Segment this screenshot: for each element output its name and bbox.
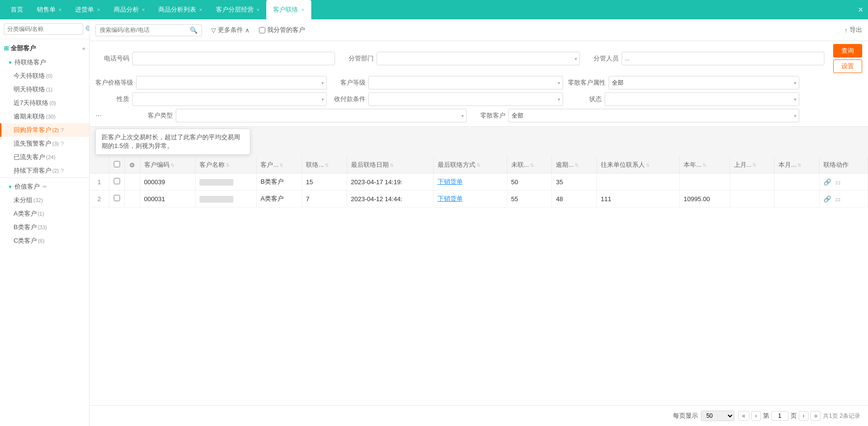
sidebar-item-repeat-abnormal[interactable]: 回购异常客户(2) ?: [0, 123, 89, 137]
nav-customer-contact[interactable]: 客户联络 ×: [266, 0, 311, 19]
retail-customer-select[interactable]: 全部: [508, 109, 799, 122]
price-grade-select[interactable]: [136, 76, 327, 89]
price-grade-wrap: ▾: [136, 76, 327, 89]
close-all-button[interactable]: ×: [858, 5, 863, 15]
prev-page-button[interactable]: ‹: [751, 411, 761, 421]
sort-icon: ⇅: [226, 162, 229, 168]
nav-home[interactable]: 首页: [4, 0, 30, 19]
filter-row-4: ··· 客户类型 ▾ 零散客户 全部 ▾: [95, 109, 862, 122]
per-page-select[interactable]: 10 20 50 100: [701, 411, 734, 421]
table-row: 2 000031 A类客户 7 2023-04-12 14:44:: [90, 191, 868, 207]
my-customers-checkbox[interactable]: [259, 27, 265, 33]
sidebar-pending-contact[interactable]: ▼ 待联络客户: [0, 56, 89, 69]
status-select[interactable]: [605, 92, 799, 106]
more-conditions-button[interactable]: ▽ 更多条件 ∧: [207, 23, 254, 37]
more-dots-button[interactable]: ···: [95, 111, 102, 120]
sidebar-search-input[interactable]: [4, 23, 83, 35]
nav-customer-tier[interactable]: 客户分层经营 ×: [209, 0, 266, 19]
link-icon[interactable]: 🔗: [823, 178, 831, 186]
td-last-method[interactable]: 下销货单: [433, 191, 507, 207]
nav-purchase[interactable]: 进货单 ×: [68, 0, 107, 19]
customer-type-select[interactable]: [176, 109, 467, 122]
sidebar-search-icon[interactable]: 🔍: [85, 26, 90, 33]
close-icon[interactable]: ×: [301, 7, 304, 13]
filter-price-grade: 客户价格等级 ▾: [95, 76, 327, 89]
edit-icon[interactable]: ✏: [43, 184, 47, 190]
td-check: [109, 191, 124, 207]
next-page-button[interactable]: ›: [799, 411, 808, 421]
td-name[interactable]: [196, 191, 257, 207]
sort-icon: ⇅: [476, 162, 480, 168]
sidebar-item-today[interactable]: 今天待联络(0): [0, 69, 89, 83]
select-all-checkbox[interactable]: [114, 161, 120, 167]
table-head: ⚙ 客户编码 ⇅ 客户名称 ⇅: [90, 157, 868, 174]
close-icon[interactable]: ×: [97, 7, 100, 13]
payment-select[interactable]: [368, 92, 563, 106]
filter-icon: ▽: [211, 27, 216, 34]
retail-attr-select[interactable]: 全部: [609, 76, 799, 89]
sidebar-all-customers[interactable]: ⊞ 全部客户 «: [0, 41, 89, 56]
person-input[interactable]: [622, 52, 824, 65]
filter-dept: 分管部门 ▾: [340, 52, 579, 65]
page-number-input[interactable]: [771, 411, 789, 421]
td-contact: 15: [302, 174, 347, 191]
table-header-row: ⚙ 客户编码 ⇅ 客户名称 ⇅: [90, 157, 868, 174]
th-settings[interactable]: ⚙: [124, 157, 140, 174]
nav-sales[interactable]: 销售单 ×: [30, 0, 68, 19]
sidebar-value-customers-header[interactable]: ▼ 价值客户 ✏: [0, 180, 89, 193]
td-name[interactable]: [196, 174, 257, 191]
sidebar-item-unclassified[interactable]: 未分组(32): [0, 193, 89, 207]
table-row: 1 000039 B类客户 15 2023-04-17 14:19:: [90, 174, 868, 191]
sort-icon: ⇅: [702, 162, 706, 168]
nav-product-analysis[interactable]: 商品分析 ×: [107, 0, 152, 19]
td-type: A类客户: [257, 191, 302, 207]
sidebar-item-b-class[interactable]: B类客户(33): [0, 220, 89, 234]
phone-input[interactable]: [132, 52, 335, 65]
sidebar-item-overdue[interactable]: 逾期未联络(30): [0, 110, 89, 123]
filter-row-2: 客户价格等级 ▾ 客户等级 ▾ 零散客户属性: [95, 76, 862, 89]
sidebar-item-continue-decline[interactable]: 持续下滑客户(2) ?: [0, 164, 89, 177]
sidebar-item-tomorrow[interactable]: 明天待联络(1): [0, 83, 89, 96]
nav-product-analysis-list[interactable]: 商品分析列表 ×: [152, 0, 209, 19]
query-button[interactable]: 查询: [833, 44, 862, 58]
last-page-button[interactable]: »: [810, 411, 822, 421]
sidebar-item-lost-potential[interactable]: 流失预警客户(3) ?: [0, 137, 89, 150]
close-icon[interactable]: ×: [199, 7, 202, 13]
filter-bar: 🔍 ▽ 更多条件 ∧ 我分管的客户 ↑ 导出: [90, 19, 868, 41]
th-overdue: 逾期... ⇅: [552, 157, 597, 174]
th-seq: [90, 157, 109, 174]
sort-icon: ⇅: [575, 162, 579, 168]
row-checkbox[interactable]: [114, 195, 120, 201]
close-icon[interactable]: ×: [257, 7, 259, 13]
sort-icon: ⇅: [325, 162, 329, 168]
dept-select[interactable]: [377, 52, 579, 65]
sidebar-item-already-lost[interactable]: 已流失客户(24): [0, 150, 89, 164]
sidebar-item-c-class[interactable]: C类客户(6): [0, 234, 89, 248]
set-button[interactable]: 设置: [833, 59, 862, 73]
search-input[interactable]: [100, 27, 190, 33]
blurred-name: [199, 196, 233, 203]
search-wrap: 🔍: [95, 24, 202, 36]
th-contact: 联络... ⇅: [302, 157, 347, 174]
search-icon[interactable]: 🔍: [190, 27, 198, 34]
td-last-method[interactable]: 下销货单: [433, 174, 507, 191]
gender-select[interactable]: [132, 92, 327, 106]
link-icon[interactable]: 🔗: [823, 195, 831, 203]
row-checkbox[interactable]: [114, 178, 120, 184]
export-button[interactable]: ↑ 导出: [845, 26, 863, 34]
filter-payment: 收付款条件 ▾: [332, 92, 563, 106]
close-icon[interactable]: ×: [59, 7, 61, 13]
grid-action-icon[interactable]: ⚏: [835, 195, 841, 203]
payment-wrap: ▾: [368, 92, 563, 106]
td-type: B类客户: [257, 174, 302, 191]
td-seq: 2: [90, 191, 109, 207]
sidebar-search-area: 🔍: [0, 19, 89, 39]
customer-grade-select[interactable]: [368, 76, 563, 89]
first-page-button[interactable]: «: [738, 411, 749, 421]
sidebar-item-7days[interactable]: 近7天待联络(0): [0, 96, 89, 110]
sidebar-item-a-class[interactable]: A类客户(1): [0, 207, 89, 220]
th-last-method: 最后联络方式 ⇅: [433, 157, 507, 174]
close-icon[interactable]: ×: [142, 7, 145, 13]
grid-action-icon[interactable]: ⚏: [835, 178, 841, 186]
th-unit-contact: 往来单位联系人 ⇅: [597, 157, 680, 174]
